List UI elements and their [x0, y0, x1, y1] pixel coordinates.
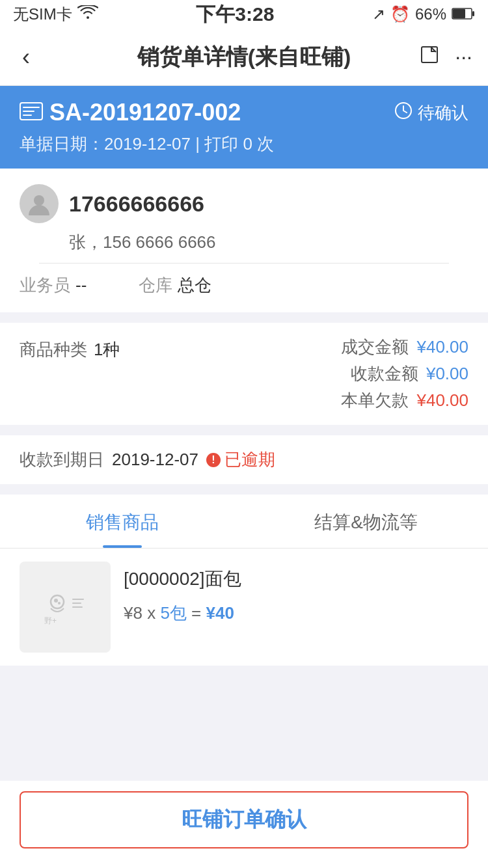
svg-rect-2: [472, 11, 474, 16]
svg-point-6: [34, 195, 44, 206]
tabs-container: 销售商品 结算&物流等: [0, 495, 488, 549]
svg-point-9: [58, 602, 61, 604]
order-date: 单据日期：2019-12-07 | 打印 0 次: [20, 133, 468, 156]
order-number: SA-20191207-002: [20, 99, 241, 126]
status-time: 下午3:28: [196, 1, 274, 28]
wifi-icon: [77, 5, 98, 23]
svg-rect-1: [453, 9, 465, 18]
order-icon: [20, 99, 43, 126]
order-header: SA-20191207-002 待确认 单据日期：2019-12-07 | 打印…: [0, 86, 488, 169]
clock-icon: [394, 102, 413, 124]
status-bar: 无SIM卡 下午3:28 ↗ ⏰ 66%: [0, 0, 488, 29]
section-divider-3: [0, 484, 488, 495]
svg-text:野+: 野+: [44, 616, 57, 625]
sim-status: 无SIM卡: [13, 4, 72, 25]
warehouse-field: 仓库 总仓: [139, 274, 211, 297]
nav-bar: ‹ 销货单详情(来自旺铺) ···: [0, 29, 488, 86]
battery-icon: [452, 5, 475, 23]
product-image: 野+: [20, 562, 111, 653]
product-types-field: 商品种类 1种: [20, 336, 120, 361]
avatar: [20, 184, 59, 223]
due-date-section: 收款到期日 2019-12-07 ! 已逾期: [0, 435, 488, 484]
product-price: ¥8 x 5包 = ¥40: [124, 602, 468, 625]
nav-actions: ···: [420, 45, 472, 70]
product-info: [0000002]面包 ¥8 x 5包 = ¥40: [124, 562, 468, 625]
product-list: 野+ [0000002]面包 ¥8 x 5包 = ¥40: [0, 549, 488, 666]
received-amount-row: 收款金额 ¥0.00: [351, 362, 468, 385]
customer-phone: 17666666666: [69, 191, 204, 217]
tab-settlement[interactable]: 结算&物流等: [244, 495, 488, 548]
bottom-bar: 旺铺订单确认: [0, 781, 488, 868]
debt-amount-row: 本单欠款 ¥40.00: [341, 389, 468, 412]
more-icon[interactable]: ···: [455, 45, 472, 69]
summary-section: 商品种类 1种 成交金额 ¥40.00 收款金额 ¥0.00 本单欠款 ¥40.…: [0, 323, 488, 425]
order-status: 待确认: [394, 102, 468, 124]
share-icon[interactable]: [420, 45, 439, 70]
location-icon: ↗: [372, 5, 385, 23]
salesperson-field: 业务员 --: [20, 274, 87, 297]
status-right: ↗ ⏰ 66%: [372, 5, 475, 23]
tab-sales-products[interactable]: 销售商品: [0, 495, 244, 548]
customer-card: 17666666666 张，156 6666 6666 业务员 -- 仓库 总仓: [0, 169, 488, 312]
section-divider-2: [0, 425, 488, 435]
alarm-icon: ⏰: [390, 5, 410, 23]
svg-point-8: [54, 599, 58, 603]
status-left: 无SIM卡: [13, 4, 98, 25]
product-name: [0000002]面包: [124, 567, 468, 591]
svg-rect-3: [422, 47, 437, 62]
back-button[interactable]: ‹: [16, 37, 36, 77]
product-item: 野+ [0000002]面包 ¥8 x 5包 = ¥40: [20, 562, 468, 653]
amounts-field: 成交金额 ¥40.00 收款金额 ¥0.00 本单欠款 ¥40.00: [341, 336, 468, 412]
customer-name: 张，156 6666 6666: [20, 231, 468, 254]
battery-level: 66%: [415, 5, 446, 23]
section-divider-1: [0, 312, 488, 323]
customer-meta: 业务员 -- 仓库 总仓: [20, 274, 468, 297]
deal-amount-row: 成交金额 ¥40.00: [341, 336, 468, 359]
confirm-button[interactable]: 旺铺订单确认: [20, 791, 468, 848]
overdue-dot-icon: !: [206, 453, 221, 467]
overdue-badge: ! 已逾期: [206, 448, 275, 471]
nav-title: 销货单详情(来自旺铺): [137, 42, 351, 72]
